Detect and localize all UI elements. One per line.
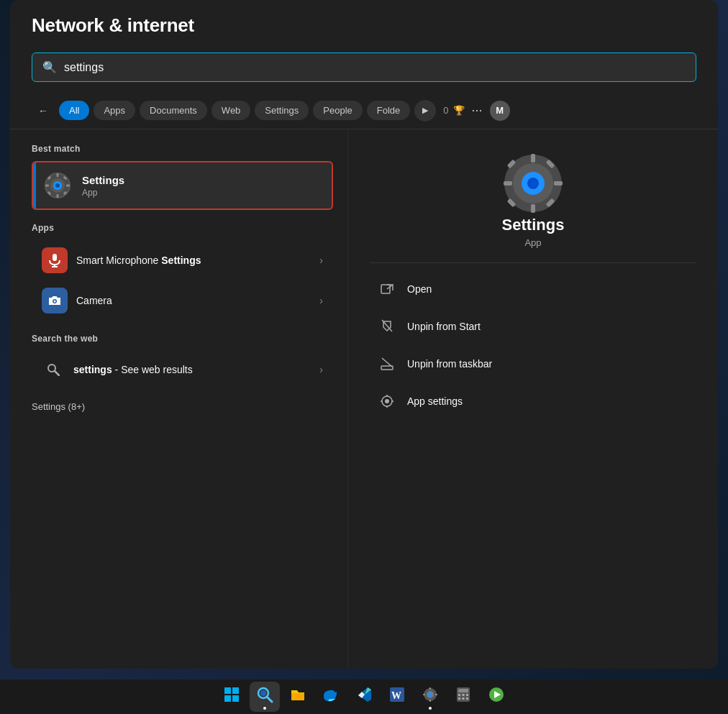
search-panel: Network & internet 🔍 settings ← All Apps… <box>10 0 718 669</box>
taskbar-files[interactable] <box>283 682 313 712</box>
svg-rect-58 <box>429 700 431 702</box>
svg-rect-44 <box>224 687 231 694</box>
main-content: Best match <box>10 129 718 669</box>
edge-svg <box>322 686 340 703</box>
taskbar-gamepass[interactable] <box>481 682 511 712</box>
svg-point-56 <box>428 692 432 697</box>
camera-chevron-icon: › <box>319 295 323 306</box>
taskbar-word[interactable]: W <box>382 682 412 712</box>
taskbar-edge[interactable] <box>316 682 346 712</box>
taskbar-vscode[interactable] <box>349 682 379 712</box>
svg-rect-63 <box>458 694 460 696</box>
tab-documents[interactable]: Documents <box>140 101 207 120</box>
web-section: Search the web settings - See web result… <box>32 334 333 388</box>
best-match-name: Settings <box>82 174 322 186</box>
taskbar-active-dot <box>263 707 266 710</box>
taskbar-calculator[interactable] <box>448 682 478 712</box>
open-icon <box>377 279 397 299</box>
tab-all[interactable]: All <box>59 101 89 120</box>
camera-app-item[interactable]: Camera › <box>32 280 333 321</box>
svg-rect-42 <box>381 401 383 402</box>
action-open[interactable]: Open <box>370 270 696 308</box>
gamepass-svg <box>488 686 505 703</box>
tab-settings[interactable]: Settings <box>255 101 309 120</box>
best-match-item[interactable]: Settings App <box>32 161 333 210</box>
search-taskbar-icon <box>256 686 273 708</box>
files-icon <box>289 686 306 708</box>
svg-rect-59 <box>423 694 425 695</box>
smart-mic-app-info: Smart Microphone Settings <box>76 254 311 267</box>
best-match-label: Best match <box>32 144 333 154</box>
search-input[interactable]: settings <box>64 61 686 74</box>
tab-more-button[interactable]: ··· <box>469 103 486 118</box>
smart-microphone-app-item[interactable]: Smart Microphone Settings › <box>32 240 333 280</box>
smart-mic-chevron-icon: › <box>319 255 323 266</box>
svg-rect-27 <box>504 181 512 186</box>
app-settings-icon <box>377 391 397 411</box>
search-box[interactable]: 🔍 settings <box>32 52 696 82</box>
trophy-icon: 🏆 <box>453 105 465 116</box>
action-app-settings-label: App settings <box>407 395 463 407</box>
panel-header: Network & internet <box>10 0 718 44</box>
tab-back-button[interactable]: ← <box>32 99 55 122</box>
svg-rect-51 <box>291 693 304 700</box>
tab-play-button[interactable]: ▶ <box>414 100 436 122</box>
calculator-icon <box>455 686 472 708</box>
app-settings-svg <box>380 394 394 408</box>
settings-taskbar-svg <box>422 686 439 703</box>
mic-svg <box>47 252 63 268</box>
windows-start-icon <box>223 686 240 708</box>
svg-rect-62 <box>458 689 468 692</box>
apps-section: Apps Smart Microphone Settings <box>32 223 333 321</box>
tab-apps[interactable]: Apps <box>94 101 135 120</box>
svg-rect-33 <box>381 285 390 293</box>
camera-app-info: Camera <box>76 294 311 307</box>
right-panel: Settings App Open <box>348 129 718 669</box>
svg-rect-46 <box>224 695 231 702</box>
filter-tabs: ← All Apps Documents Web Settings People… <box>10 92 718 129</box>
tab-web[interactable]: Web <box>211 101 251 120</box>
files-svg <box>289 686 306 703</box>
taskbar-start[interactable] <box>217 682 247 712</box>
svg-rect-26 <box>531 204 535 213</box>
tab-avatar[interactable]: M <box>490 101 510 121</box>
apps-section-label: Apps <box>32 223 333 233</box>
action-app-settings[interactable]: App settings <box>370 383 696 420</box>
search-icon: 🔍 <box>42 60 57 74</box>
svg-rect-47 <box>232 695 239 702</box>
web-search-icon <box>42 358 65 381</box>
action-unpin-taskbar[interactable]: Unpin from taskbar <box>370 345 696 383</box>
best-match-type: App <box>82 188 322 198</box>
edge-icon <box>322 686 340 708</box>
search-taskbar-svg <box>256 686 273 703</box>
svg-text:W: W <box>391 690 401 701</box>
svg-rect-40 <box>386 395 388 397</box>
app-detail-type: App <box>524 237 541 248</box>
svg-point-39 <box>385 399 389 403</box>
taskbar-search[interactable] <box>250 682 280 712</box>
web-search-text: settings - See web results <box>73 364 311 375</box>
tab-people[interactable]: People <box>313 101 362 120</box>
word-svg: W <box>388 686 406 703</box>
action-unpin-taskbar-label: Unpin from taskbar <box>407 358 492 370</box>
action-list: Open Unpin from Start <box>370 270 696 420</box>
unpin-taskbar-icon <box>377 354 397 374</box>
vscode-svg <box>355 686 373 703</box>
svg-rect-43 <box>391 401 393 402</box>
camera-svg <box>47 293 63 308</box>
settings-dot <box>429 707 432 710</box>
taskbar-settings[interactable] <box>415 682 445 712</box>
calc-svg <box>455 686 472 703</box>
svg-rect-8 <box>45 185 49 187</box>
tab-folders[interactable]: Folde <box>367 101 411 120</box>
settings-detail-icon <box>501 151 565 216</box>
action-unpin-start-label: Unpin from Start <box>407 321 481 332</box>
action-unpin-start[interactable]: Unpin from Start <box>370 308 696 345</box>
svg-rect-41 <box>386 406 388 408</box>
unpin-start-svg <box>380 319 394 334</box>
web-search-item[interactable]: settings - See web results › <box>32 351 333 388</box>
detail-divider <box>370 262 696 263</box>
settings-app-icon <box>43 171 72 200</box>
tab-count-area: 0 🏆 <box>443 105 464 116</box>
left-panel: Best match <box>10 129 348 669</box>
